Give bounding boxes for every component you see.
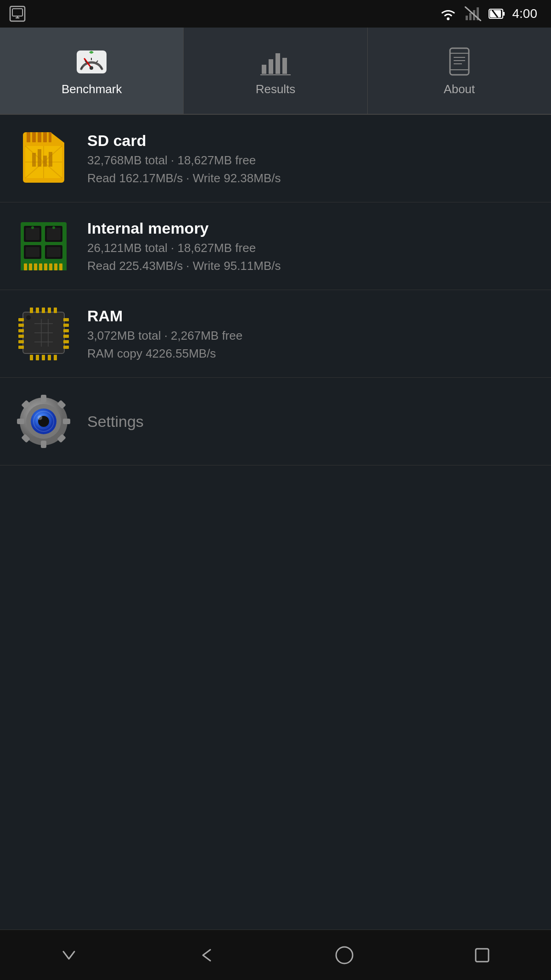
- svg-rect-94: [30, 355, 33, 360]
- sdcard-title: SD card: [87, 132, 281, 150]
- svg-point-4: [447, 17, 450, 20]
- home-circle-icon: [334, 945, 354, 965]
- internal-memory-detail: Read 225.43MB/s · Write 95.11MB/s: [87, 259, 281, 273]
- settings-gear-icon: [16, 394, 71, 449]
- list-item-settings[interactable]: Settings: [0, 378, 551, 465]
- internal-memory-subtitle: 26,121MB total · 18,627MB free: [87, 241, 281, 255]
- svg-rect-92: [48, 308, 51, 313]
- ram-title: RAM: [87, 307, 242, 325]
- svg-rect-86: [63, 335, 69, 338]
- list-item-sdcard[interactable]: SD card 32,768MB total · 18,627MB free R…: [0, 115, 551, 202]
- tab-about-label: About: [444, 82, 475, 96]
- svg-rect-39: [38, 132, 41, 142]
- internal-memory-icon-wrapper: [14, 216, 73, 276]
- settings-text: Settings: [87, 413, 144, 431]
- svg-rect-51: [32, 153, 36, 167]
- ram-icon-wrapper: [14, 304, 73, 364]
- svg-rect-80: [18, 335, 24, 338]
- svg-rect-37: [27, 132, 30, 142]
- svg-rect-25: [276, 53, 280, 74]
- svg-rect-79: [18, 329, 24, 332]
- results-icon: [259, 46, 292, 76]
- svg-rect-28: [450, 48, 469, 75]
- svg-rect-88: [63, 346, 69, 349]
- sdcard-subtitle: 32,768MB total · 18,627MB free: [87, 153, 281, 168]
- sdcard-detail: Read 162.17MB/s · Write 92.38MB/s: [87, 171, 281, 185]
- svg-rect-85: [63, 329, 69, 332]
- svg-rect-62: [49, 263, 52, 270]
- tab-about[interactable]: About: [368, 28, 551, 114]
- sdcard-icon-wrapper: [14, 129, 73, 188]
- svg-rect-58: [29, 263, 32, 270]
- ram-text: RAM 3,072MB total · 2,267MB free RAM cop…: [87, 307, 242, 361]
- svg-rect-108: [17, 419, 24, 424]
- svg-rect-83: [63, 318, 69, 321]
- status-bar: 4:00: [0, 0, 551, 28]
- svg-rect-109: [63, 419, 70, 424]
- svg-rect-89: [30, 308, 33, 313]
- svg-rect-95: [36, 355, 39, 360]
- down-chevron-icon: [60, 946, 78, 964]
- svg-point-120: [336, 947, 353, 963]
- svg-rect-96: [42, 355, 45, 360]
- ram-module-icon: [18, 218, 69, 275]
- tab-bar: Benchmark Results: [0, 28, 551, 115]
- internal-memory-title: Internal memory: [87, 219, 281, 237]
- tab-benchmark[interactable]: Benchmark: [0, 28, 184, 114]
- internal-memory-text: Internal memory 26,121MB total · 18,627M…: [87, 219, 281, 273]
- svg-rect-97: [48, 355, 51, 360]
- svg-rect-70: [47, 228, 61, 240]
- svg-rect-60: [39, 263, 42, 270]
- list-item-internal[interactable]: Internal memory 26,121MB total · 18,627M…: [0, 202, 551, 290]
- tab-benchmark-label: Benchmark: [62, 82, 122, 96]
- svg-point-73: [31, 226, 34, 229]
- battery-icon: [489, 7, 505, 20]
- svg-rect-1: [12, 9, 22, 16]
- svg-rect-93: [54, 308, 57, 313]
- benchmark-icon: [74, 46, 109, 77]
- svg-rect-57: [24, 263, 27, 270]
- nav-down-button[interactable]: [51, 941, 87, 969]
- svg-rect-38: [32, 132, 36, 142]
- svg-rect-82: [18, 346, 24, 349]
- nav-recents-button[interactable]: [464, 941, 500, 969]
- svg-rect-72: [47, 247, 61, 257]
- ram-subtitle: 3,072MB total · 2,267MB free: [87, 329, 242, 343]
- svg-rect-91: [42, 308, 45, 313]
- list-item-ram[interactable]: RAM 3,072MB total · 2,267MB free RAM cop…: [0, 290, 551, 378]
- settings-title: Settings: [87, 413, 144, 431]
- recents-square-icon: [474, 947, 490, 963]
- svg-rect-23: [262, 65, 266, 74]
- svg-point-99: [26, 315, 31, 320]
- svg-rect-77: [18, 318, 24, 321]
- svg-rect-84: [63, 324, 69, 327]
- svg-rect-106: [41, 395, 46, 402]
- status-time: 4:00: [512, 6, 538, 21]
- svg-rect-5: [466, 16, 468, 20]
- screenshot-icon: [9, 6, 26, 22]
- about-icon: [444, 46, 474, 77]
- svg-rect-59: [34, 263, 37, 270]
- nav-home-button[interactable]: [326, 941, 363, 969]
- svg-rect-40: [43, 132, 47, 142]
- svg-rect-69: [26, 228, 39, 240]
- nav-back-button[interactable]: [188, 941, 225, 969]
- signal-icon: [465, 6, 481, 21]
- bottom-nav: [0, 930, 551, 980]
- svg-rect-64: [59, 263, 62, 270]
- svg-rect-98: [54, 355, 57, 360]
- svg-rect-6: [469, 13, 472, 20]
- sdcard-text: SD card 32,768MB total · 18,627MB free R…: [87, 132, 281, 185]
- ram-chip-icon: [18, 305, 69, 363]
- tab-results[interactable]: Results: [184, 28, 367, 114]
- svg-rect-81: [18, 340, 24, 343]
- back-icon: [197, 946, 216, 964]
- svg-rect-26: [282, 58, 287, 74]
- svg-rect-41: [49, 132, 51, 142]
- settings-icon-wrapper: [14, 392, 73, 451]
- ram-detail: RAM copy 4226.55MB/s: [87, 347, 242, 361]
- svg-rect-61: [44, 263, 47, 270]
- svg-rect-11: [503, 12, 505, 16]
- svg-rect-54: [49, 152, 52, 167]
- svg-point-74: [52, 226, 55, 229]
